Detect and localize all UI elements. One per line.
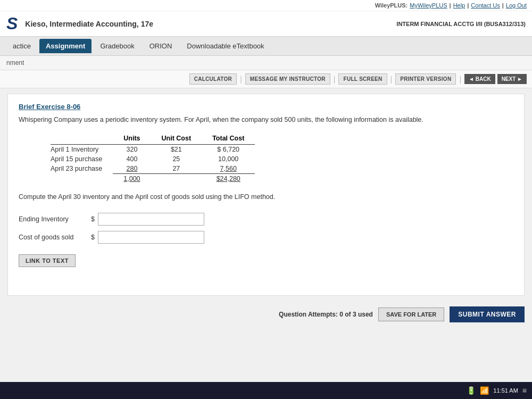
col-header-unit-cost: Unit Cost <box>151 134 202 145</box>
back-button[interactable]: ◄ BACK <box>464 74 495 84</box>
ending-inventory-label: Ending Inventory <box>19 215 88 223</box>
exercise-title: Brief Exercise 8-06 <box>19 103 513 111</box>
row-label-3: April 23 purchase <box>51 164 113 174</box>
calculator-button[interactable]: CALCULATOR <box>189 73 237 85</box>
row-units-1: 320 <box>113 144 151 154</box>
ending-inventory-input[interactable] <box>98 213 204 226</box>
header: S Kieso, Intermediate Accounting, 17e IN… <box>0 11 532 37</box>
help-link[interactable]: Help <box>453 2 466 9</box>
total-units: 1,000 <box>113 173 151 184</box>
site-logo: S <box>6 14 18 34</box>
table-row: April 23 purchase 280 27 7,560 <box>51 164 255 174</box>
link-to-text-button[interactable]: LINK TO TEXT <box>19 254 76 267</box>
ending-inventory-row: Ending Inventory $ <box>19 213 513 226</box>
taskbar: 🔋 📶 11:51 AM ≡ <box>0 382 532 399</box>
cogs-row: Cost of goods sold $ <box>19 231 513 244</box>
nav-item-practice[interactable]: actice <box>6 39 37 53</box>
exercise-description: Whispering Company uses a periodic inven… <box>19 115 513 125</box>
save-for-later-button[interactable]: SAVE FOR LATER <box>378 307 444 321</box>
toolbar: CALCULATOR | MESSAGE MY INSTRUCTOR | FUL… <box>0 70 532 88</box>
my-wiley-link[interactable]: MyWileyPLUS <box>410 2 447 9</box>
printer-version-button[interactable]: PRINTER VERSION <box>395 73 456 85</box>
nav-bar: actice Assignment Gradebook ORION Downlo… <box>0 37 532 56</box>
table-row: April 15 purchase 400 25 10,000 <box>51 154 255 164</box>
input-section: Ending Inventory $ Cost of goods sold $ <box>19 213 513 244</box>
course-title: INTERM FINANCIAL ACCTG I/II (BUSA312/313… <box>396 21 526 27</box>
action-bar: Question Attempts: 0 of 3 used SAVE FOR … <box>0 301 532 328</box>
nav-item-assignment[interactable]: Assignment <box>39 39 92 53</box>
message-instructor-button[interactable]: MESSAGE MY INSTRUCTOR <box>245 73 330 85</box>
full-screen-button[interactable]: FULL SCREEN <box>338 73 387 85</box>
row-label-2: April 15 purchase <box>51 154 113 164</box>
logout-link[interactable]: Log Out <box>506 2 527 9</box>
cogs-label: Cost of goods sold <box>19 234 88 241</box>
col-header-label <box>51 134 113 145</box>
row-total-cost-3: 7,560 <box>202 164 255 174</box>
total-cost: $24,280 <box>202 173 255 184</box>
attempts-text: Question Attempts: 0 of 3 used <box>279 311 373 318</box>
col-header-total-cost: Total Cost <box>202 134 255 145</box>
row-unit-cost-1: $21 <box>151 144 202 154</box>
row-unit-cost-2: 25 <box>151 154 202 164</box>
taskbar-time: 11:51 AM <box>493 387 518 394</box>
wiley-top-nav: WileyPLUS: MyWileyPLUS | Help | Contact … <box>0 0 532 11</box>
row-unit-cost-3: 27 <box>151 164 202 174</box>
next-button[interactable]: NEXT ► <box>497 74 527 84</box>
inventory-table: Units Unit Cost Total Cost April 1 Inven… <box>51 134 513 184</box>
table-row: April 1 Inventory 320 $21 $ 6,720 <box>51 144 255 154</box>
main-content: Brief Exercise 8-06 Whispering Company u… <box>7 94 525 296</box>
row-total-cost-1: $ 6,720 <box>202 144 255 154</box>
table-total-row: 1,000 $24,280 <box>51 173 255 184</box>
wifi-icon: 📶 <box>480 386 489 395</box>
nav-item-gradebook[interactable]: Gradebook <box>94 39 140 53</box>
battery-icon: 🔋 <box>467 386 476 395</box>
cogs-input[interactable] <box>98 231 204 244</box>
breadcrumb: nment <box>0 56 532 70</box>
book-title: Kieso, Intermediate Accounting, 17e <box>25 20 153 28</box>
header-left: S Kieso, Intermediate Accounting, 17e <box>6 14 153 34</box>
row-label-1: April 1 Inventory <box>51 144 113 154</box>
contact-link[interactable]: Contact Us <box>471 2 500 9</box>
nav-item-etextbook[interactable]: Downloadable eTextbook <box>180 39 270 53</box>
submit-answer-button[interactable]: SUBMIT ANSWER <box>450 306 525 322</box>
col-header-units: Units <box>113 134 151 145</box>
row-total-cost-2: 10,000 <box>202 154 255 164</box>
row-units-3: 280 <box>113 164 151 174</box>
nav-item-orion[interactable]: ORION <box>143 39 179 53</box>
compute-instructions: Compute the April 30 inventory and the A… <box>19 192 513 202</box>
taskbar-menu-icon[interactable]: ≡ <box>522 386 527 395</box>
wiley-brand: WileyPLUS: <box>375 2 408 9</box>
row-units-2: 400 <box>113 154 151 164</box>
